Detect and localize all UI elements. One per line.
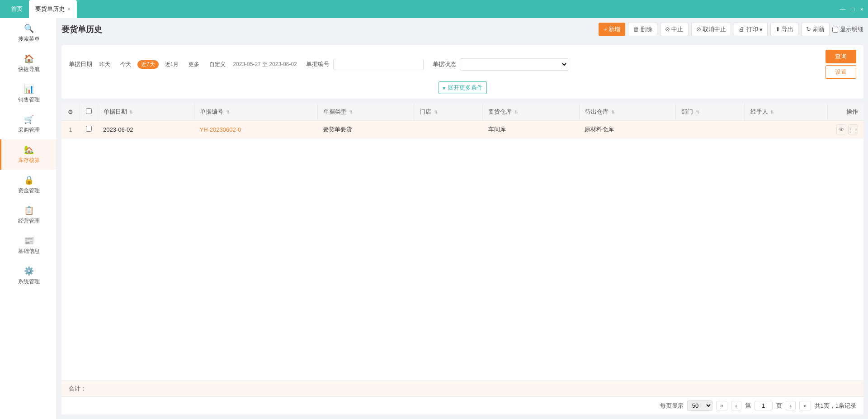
col-req-warehouse: 要货仓库 ⇅ bbox=[483, 103, 579, 121]
sort-date-icon[interactable]: ⇅ bbox=[129, 110, 133, 114]
sidebar-item-quick-nav[interactable]: 🏠 快捷导航 bbox=[0, 48, 57, 79]
row-num: 1 bbox=[61, 121, 80, 138]
status-select[interactable] bbox=[460, 58, 568, 71]
sort-pending-wh-icon[interactable]: ⇅ bbox=[611, 110, 615, 114]
window-controls: — □ × bbox=[840, 6, 863, 13]
chevron-down-icon: ▾ bbox=[443, 85, 446, 91]
row-checkbox-cell bbox=[80, 121, 98, 138]
display-detail-checkbox[interactable] bbox=[832, 27, 838, 33]
row-docno: YH-20230602-0 bbox=[194, 121, 317, 138]
row-date: 2023-06-02 bbox=[98, 121, 194, 138]
edit-icon[interactable]: ⋮⋮ bbox=[848, 124, 858, 134]
date-btn-today[interactable]: 今天 bbox=[117, 60, 135, 69]
sidebar-label-operation: 经营管理 bbox=[18, 217, 40, 225]
first-page-button[interactable]: « bbox=[716, 401, 727, 410]
close-window-icon[interactable]: × bbox=[860, 6, 863, 13]
sidebar-item-inventory[interactable]: 🏡 库存核算 bbox=[0, 139, 57, 170]
col-pending-warehouse: 待出仓库 ⇅ bbox=[579, 103, 675, 121]
docno-filter-group: 单据编号 bbox=[306, 59, 424, 70]
last-page-button[interactable]: » bbox=[799, 401, 811, 410]
date-btn-1month[interactable]: 近1月 bbox=[161, 60, 183, 69]
sidebar-label-basic: 基础信息 bbox=[18, 248, 40, 255]
sort-req-wh-icon[interactable]: ⇅ bbox=[514, 110, 518, 114]
date-shortcuts: 昨天 今天 近7天 近1月 更多 自定义 bbox=[96, 60, 229, 69]
row-req-warehouse: 车间库 bbox=[483, 121, 579, 138]
stop-button[interactable]: ⊘ 中止 bbox=[660, 23, 689, 36]
sidebar-label-search-menu: 搜索菜单 bbox=[18, 35, 40, 43]
sort-doctype-icon[interactable]: ⇅ bbox=[349, 110, 353, 114]
select-all-checkbox[interactable] bbox=[86, 108, 92, 114]
row-doctype: 要货单要货 bbox=[317, 121, 414, 138]
sidebar-item-finance[interactable]: 🔒 资金管理 bbox=[0, 170, 57, 200]
row-operations: 👁 ⋮⋮ bbox=[827, 121, 863, 138]
display-detail-toggle[interactable]: 显示明细 bbox=[832, 25, 863, 33]
date-btn-more[interactable]: 更多 bbox=[185, 60, 203, 69]
col-settings: ⚙ bbox=[61, 103, 80, 121]
main-content: 要货单历史 + 新增 🗑 删除 ⊘ 中止 ⊘ 取消中止 🖨 打印 ▾ bbox=[57, 18, 868, 419]
sort-store-icon[interactable]: ⇅ bbox=[434, 110, 438, 114]
row-pending-warehouse: 原材料仓库 bbox=[579, 121, 675, 138]
row-store bbox=[414, 121, 483, 138]
col-doctype: 单据类型 ⇅ bbox=[317, 103, 414, 121]
sidebar-label-inventory: 库存核算 bbox=[18, 157, 40, 164]
sidebar-item-basic[interactable]: 📰 基础信息 bbox=[0, 230, 57, 261]
sidebar-item-sales[interactable]: 📊 销售管理 bbox=[0, 79, 57, 109]
col-docno: 单据编号 ⇅ bbox=[194, 103, 317, 121]
col-date: 单据日期 ⇅ bbox=[98, 103, 194, 121]
settings-icon[interactable]: ⚙ bbox=[68, 109, 73, 115]
col-store: 门店 ⇅ bbox=[414, 103, 483, 121]
page-size-select[interactable]: 20 50 100 200 bbox=[687, 400, 712, 411]
docno-input[interactable] bbox=[333, 59, 424, 70]
date-btn-yesterday[interactable]: 昨天 bbox=[96, 60, 114, 69]
query-button[interactable]: 查询 bbox=[826, 50, 856, 63]
sidebar-item-purchase[interactable]: 🛒 采购管理 bbox=[0, 109, 57, 139]
tab-list: 首页 要货单历史 × bbox=[5, 0, 840, 18]
sidebar-item-search-menu[interactable]: 🔍 搜索菜单 bbox=[0, 18, 57, 48]
refresh-button[interactable]: ↻ 刷新 bbox=[801, 23, 830, 36]
col-checkbox bbox=[80, 103, 98, 121]
row-checkbox[interactable] bbox=[86, 126, 92, 132]
clipboard-icon: 📋 bbox=[24, 205, 34, 215]
status-filter-group: 单据状态 bbox=[433, 58, 568, 71]
prev-page-button[interactable]: ‹ bbox=[731, 401, 741, 410]
docno-link[interactable]: YH-20230602-0 bbox=[199, 126, 241, 133]
maximize-icon[interactable]: □ bbox=[851, 6, 855, 13]
sort-handler-icon[interactable]: ⇅ bbox=[770, 110, 774, 114]
table-container: ⚙ 单据日期 ⇅ 单据编号 ⇅ bbox=[61, 103, 863, 414]
tab-close-icon[interactable]: × bbox=[67, 6, 71, 12]
sort-docno-icon[interactable]: ⇅ bbox=[226, 110, 230, 114]
new-button[interactable]: + 新增 bbox=[599, 23, 625, 36]
filter-actions: 查询 设置 bbox=[826, 50, 856, 79]
next-page-button[interactable]: › bbox=[786, 401, 796, 410]
docno-filter-label: 单据编号 bbox=[306, 60, 330, 68]
view-icon[interactable]: 👁 bbox=[836, 124, 846, 134]
chart-icon: 📊 bbox=[24, 84, 34, 94]
warehouse-icon: 🏡 bbox=[24, 145, 34, 155]
pagination: 每页显示 20 50 100 200 « ‹ 第 页 › » 共1页，1条记录 bbox=[61, 396, 863, 414]
table-footer: 合计： bbox=[61, 381, 863, 396]
tab-purchase-history[interactable]: 要货单历史 × bbox=[29, 0, 77, 18]
lock-icon: 🔒 bbox=[24, 175, 34, 185]
sidebar-item-operation[interactable]: 📋 经营管理 bbox=[0, 200, 57, 230]
date-btn-7days[interactable]: 近7天 bbox=[137, 60, 159, 69]
tab-home[interactable]: 首页 bbox=[5, 0, 29, 18]
top-bar: 首页 要货单历史 × — □ × bbox=[0, 0, 868, 18]
setting-button[interactable]: 设置 bbox=[826, 65, 856, 79]
date-btn-custom[interactable]: 自定义 bbox=[206, 60, 229, 69]
sort-dept-icon[interactable]: ⇅ bbox=[696, 110, 699, 114]
print-button[interactable]: 🖨 打印 ▾ bbox=[734, 23, 768, 36]
sidebar-label-quick-nav: 快捷导航 bbox=[18, 66, 40, 73]
delete-button[interactable]: 🗑 删除 bbox=[628, 23, 657, 36]
export-button[interactable]: ⬆ 导出 bbox=[770, 23, 799, 36]
sidebar-item-system[interactable]: ⚙️ 系统管理 bbox=[0, 261, 57, 291]
page-input[interactable] bbox=[755, 401, 773, 410]
expand-filter-button[interactable]: ▾ 展开更多条件 bbox=[439, 81, 487, 94]
sidebar-label-finance: 资金管理 bbox=[18, 187, 40, 195]
row-department bbox=[676, 121, 745, 138]
cancel-stop-button[interactable]: ⊘ 取消中止 bbox=[691, 23, 731, 36]
date-range-display: 2023-05-27 至 2023-06-02 bbox=[233, 61, 297, 68]
table-header-row: ⚙ 单据日期 ⇅ 单据编号 ⇅ bbox=[61, 103, 863, 121]
sidebar: 🔍 搜索菜单 🏠 快捷导航 📊 销售管理 🛒 采购管理 🏡 库存核算 🔒 资金管… bbox=[0, 18, 57, 419]
minimize-icon[interactable]: — bbox=[840, 6, 846, 13]
col-department: 部门 ⇅ bbox=[676, 103, 745, 121]
